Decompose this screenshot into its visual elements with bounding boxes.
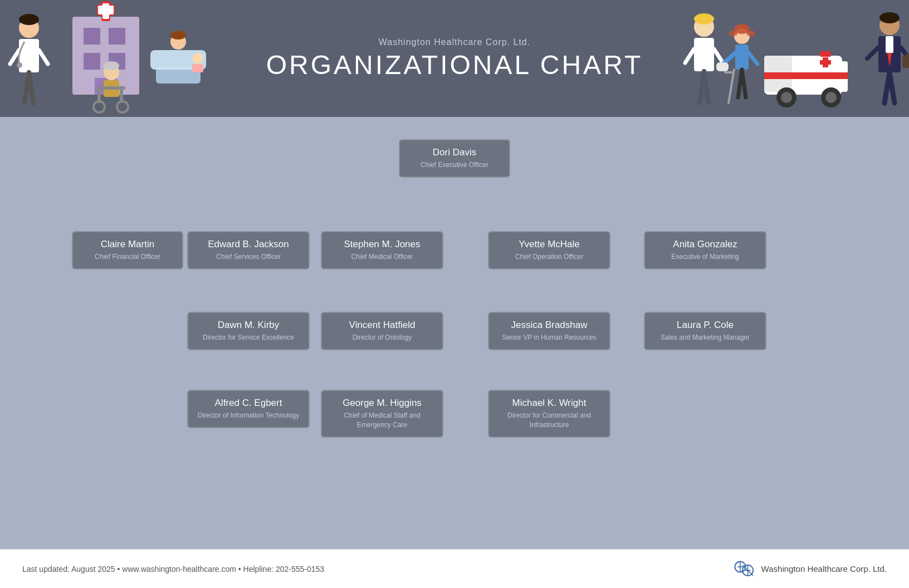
l1-node-4: Anita Gonzalez Executive of Marketing bbox=[644, 231, 766, 270]
org-logo-icon bbox=[734, 558, 756, 580]
ceo-node: Dori Davis Chief Executive Officer bbox=[399, 139, 510, 178]
l1-name-4: Anita Gonzalez bbox=[654, 239, 756, 250]
ceo-title: Chief Executive Officer bbox=[409, 160, 500, 170]
l2-title-1: Director of Ontology bbox=[331, 333, 433, 342]
footer-logo-text: Washington Healthcare Corp. Ltd. bbox=[761, 564, 887, 574]
svg-line-16 bbox=[10, 50, 19, 64]
svg-point-19 bbox=[19, 14, 39, 25]
l2-name-3: Laura P. Cole bbox=[654, 320, 756, 331]
svg-rect-33 bbox=[192, 64, 203, 72]
svg-line-66 bbox=[729, 70, 734, 103]
footer-logo: Washington Healthcare Corp. Ltd. bbox=[734, 558, 887, 580]
l1-title-4: Executive of Marketing bbox=[654, 252, 756, 262]
l3-node-1: George M. Higgins Chief of Medical Staff… bbox=[321, 390, 443, 438]
l3-name-2: Michael K. Wright bbox=[498, 398, 600, 409]
l1-title-1: Chief Services Officer bbox=[197, 252, 300, 262]
chart-area: Dori Davis Chief Executive Officer Clair… bbox=[0, 117, 909, 549]
header: Washington Healthcare Corp. Ltd. ORGANIZ… bbox=[0, 0, 909, 117]
svg-point-18 bbox=[17, 62, 22, 68]
l2-node-3: Laura P. Cole Sales and Marketing Manage… bbox=[644, 312, 766, 350]
svg-rect-76 bbox=[906, 53, 909, 57]
decorative-figures-right bbox=[675, 0, 909, 117]
decorative-figures-left bbox=[0, 0, 234, 117]
header-title: Washington Healthcare Corp. Ltd. ORGANIZ… bbox=[266, 37, 643, 80]
footer-info: Last updated: August 2025 • www.washingt… bbox=[22, 565, 324, 574]
l2-title-3: Sales and Marketing Manager bbox=[654, 333, 756, 342]
l2-title-0: Director for Service Excellence bbox=[197, 333, 300, 342]
l3-node-0: Alfred C. Egbert Director of Information… bbox=[187, 390, 310, 428]
svg-line-62 bbox=[742, 70, 746, 97]
l1-node-2: Stephen M. Jones Chief Medical Officer bbox=[321, 231, 443, 270]
l2-title-2: Senior VP in Human Resources bbox=[498, 333, 600, 342]
l1-node-0: Claire Martin Chief Financial Officer bbox=[72, 231, 183, 270]
svg-rect-64 bbox=[716, 62, 729, 71]
l1-node-3: Yvette McHale Chief Operation Officer bbox=[488, 231, 610, 270]
svg-point-58 bbox=[729, 31, 737, 36]
svg-rect-60 bbox=[735, 45, 749, 70]
org-main-title: ORGANIZATIONAL CHART bbox=[266, 50, 643, 80]
svg-point-69 bbox=[879, 12, 900, 23]
svg-point-25 bbox=[117, 101, 128, 112]
svg-rect-75 bbox=[902, 56, 909, 68]
svg-line-54 bbox=[685, 49, 694, 63]
svg-rect-51 bbox=[694, 38, 714, 71]
l2-name-0: Dawn M. Kirby bbox=[197, 320, 300, 331]
l1-name-2: Stephen M. Jones bbox=[331, 239, 433, 250]
svg-line-73 bbox=[867, 47, 878, 58]
org-subtitle: Washington Healthcare Corp. Ltd. bbox=[266, 37, 643, 47]
org-chart: Dori Davis Chief Executive Officer Clair… bbox=[65, 128, 844, 507]
l2-node-0: Dawn M. Kirby Director for Service Excel… bbox=[187, 312, 310, 350]
svg-rect-48 bbox=[820, 51, 831, 57]
svg-rect-26 bbox=[120, 86, 123, 103]
l1-node-1: Edward B. Jackson Chief Services Officer bbox=[187, 231, 310, 270]
l1-name-3: Yvette McHale bbox=[498, 239, 600, 250]
svg-rect-43 bbox=[823, 57, 828, 67]
svg-point-31 bbox=[170, 31, 186, 40]
svg-point-45 bbox=[781, 92, 792, 103]
svg-rect-1 bbox=[84, 28, 100, 45]
svg-line-15 bbox=[29, 72, 33, 103]
footer: Last updated: August 2025 • www.washingt… bbox=[0, 549, 909, 588]
l1-title-3: Chief Operation Officer bbox=[498, 252, 600, 262]
ceo-name: Dori Davis bbox=[409, 147, 500, 158]
svg-rect-11 bbox=[102, 3, 109, 19]
l3-node-2: Michael K. Wright Director for Commercia… bbox=[488, 390, 610, 438]
svg-rect-13 bbox=[19, 39, 39, 72]
l3-title-1: Chief of Medical Staff and Emergency Car… bbox=[331, 411, 433, 430]
l3-name-0: Alfred C. Egbert bbox=[197, 398, 300, 409]
svg-line-65 bbox=[749, 53, 758, 64]
svg-rect-78 bbox=[886, 36, 893, 53]
svg-line-53 bbox=[704, 71, 708, 103]
svg-point-32 bbox=[192, 53, 203, 64]
svg-rect-3 bbox=[84, 53, 100, 70]
l2-node-2: Jessica Bradshaw Senior VP in Human Reso… bbox=[488, 312, 610, 350]
svg-rect-2 bbox=[109, 28, 125, 45]
svg-rect-37 bbox=[764, 72, 848, 79]
l3-title-0: Director of Information Technology bbox=[197, 411, 300, 420]
svg-line-55 bbox=[714, 49, 723, 63]
svg-line-72 bbox=[890, 72, 895, 103]
svg-point-47 bbox=[825, 92, 837, 103]
l3-title-2: Director for Commercial and Infrastructu… bbox=[498, 411, 600, 430]
l2-name-1: Vincent Hatfield bbox=[331, 320, 433, 331]
l1-name-0: Claire Martin bbox=[82, 239, 173, 250]
l3-name-1: George M. Higgins bbox=[331, 398, 433, 409]
l1-title-0: Chief Financial Officer bbox=[82, 252, 173, 262]
l1-title-2: Chief Medical Officer bbox=[331, 252, 433, 262]
svg-point-59 bbox=[746, 31, 755, 36]
l1-name-1: Edward B. Jackson bbox=[197, 239, 300, 250]
l2-node-1: Vincent Hatfield Director of Ontology bbox=[321, 312, 443, 350]
svg-line-17 bbox=[39, 50, 48, 64]
svg-point-50 bbox=[694, 13, 714, 24]
l2-name-2: Jessica Bradshaw bbox=[498, 320, 600, 331]
svg-point-27 bbox=[104, 61, 119, 70]
